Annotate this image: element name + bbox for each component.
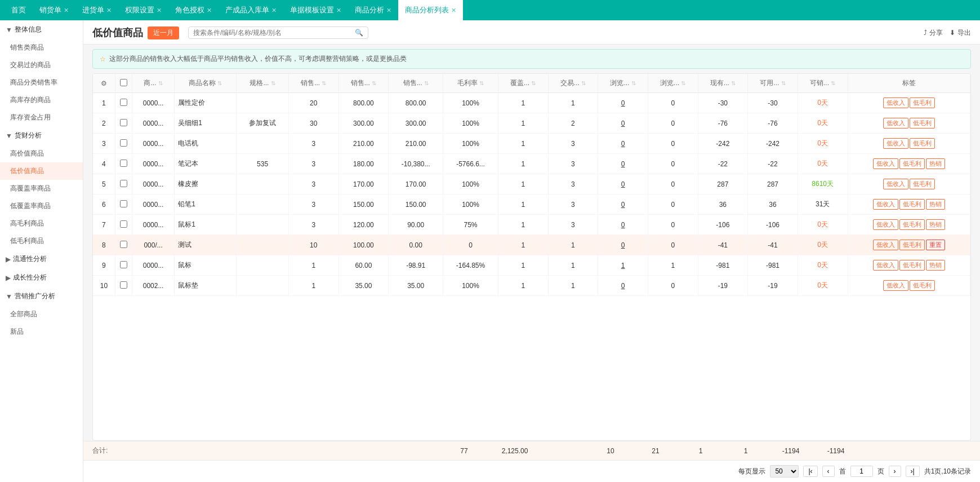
nav-close-stock-in[interactable]: ✕ xyxy=(271,7,277,14)
sidebar-item-category-sales[interactable]: 商品分类销售率 xyxy=(0,74,83,91)
next-page-btn[interactable]: › xyxy=(889,466,901,477)
row-browse2: 0 xyxy=(648,134,698,154)
sidebar-item-stock-capital[interactable]: 库存资金占用 xyxy=(0,109,83,126)
sidebar-section-overall[interactable]: ▼ 整体信息 xyxy=(0,20,83,39)
browse-link[interactable]: 0 xyxy=(621,120,625,127)
browse-link[interactable]: 0 xyxy=(621,140,625,148)
row-stock: -981 xyxy=(698,255,748,276)
table-container: ⚙ 商... ⇅ 商品名称 ⇅ 规格... ⇅ 销售... ⇅ 销售... ⇅ … xyxy=(92,73,971,441)
row-price: 120.00 xyxy=(338,215,389,235)
sidebar-section-financial[interactable]: ▼ 货财分析 xyxy=(0,126,83,145)
row-checkbox-cell[interactable] xyxy=(115,154,132,174)
nav-close-roles[interactable]: ✕ xyxy=(207,7,212,14)
sidebar-section-growth[interactable]: ▶ 成长性分析 xyxy=(0,268,83,287)
export-button[interactable]: ⬇ 导出 xyxy=(950,28,971,38)
page-input[interactable] xyxy=(850,466,873,477)
row-checkbox[interactable] xyxy=(120,241,127,248)
row-browse1[interactable]: 0 xyxy=(598,134,648,154)
row-checkbox[interactable] xyxy=(120,139,127,147)
row-checkbox[interactable] xyxy=(120,99,127,106)
browse-link[interactable]: 0 xyxy=(621,201,625,209)
row-checkbox[interactable] xyxy=(120,160,127,167)
sidebar-item-sales-goods[interactable]: 销售类商品 xyxy=(0,39,83,56)
per-page-select[interactable]: 50 100 xyxy=(770,465,799,477)
row-browse1[interactable]: 0 xyxy=(598,215,648,235)
browse-link[interactable]: 0 xyxy=(621,99,625,107)
nav-close-template[interactable]: ✕ xyxy=(336,7,341,14)
row-checkbox-cell[interactable] xyxy=(115,235,132,255)
sidebar-item-high-value[interactable]: 高价值商品 xyxy=(0,145,83,162)
nav-analysis-list[interactable]: 商品分析列表 ✕ xyxy=(398,0,463,20)
sidebar-item-low-coverage[interactable]: 低覆盖率商品 xyxy=(0,197,83,215)
row-checkbox[interactable] xyxy=(120,261,127,268)
row-checkbox[interactable] xyxy=(120,180,127,187)
nav-close-analysis[interactable]: ✕ xyxy=(386,7,391,14)
th-checkbox[interactable] xyxy=(115,74,132,93)
row-checkbox-cell[interactable] xyxy=(115,276,132,296)
nav-close-sales[interactable]: ✕ xyxy=(64,7,69,14)
tag: 低毛利 xyxy=(899,260,925,271)
browse-link[interactable]: 0 xyxy=(621,160,625,168)
sidebar-item-high-coverage[interactable]: 高覆盖率商品 xyxy=(0,180,83,197)
nav-close-permissions[interactable]: ✕ xyxy=(157,7,162,14)
th-saleable: 可销... ⇅ xyxy=(798,74,848,93)
sidebar-item-high-profit[interactable]: 高毛利商品 xyxy=(0,215,83,232)
sidebar-item-high-stock[interactable]: 高库存的商品 xyxy=(0,91,83,109)
row-checkbox[interactable] xyxy=(120,200,127,207)
nav-close-purchase[interactable]: ✕ xyxy=(106,7,112,14)
share-button[interactable]: ⤴ 分享 xyxy=(924,28,943,38)
row-checkbox[interactable] xyxy=(120,281,127,289)
row-checkbox[interactable] xyxy=(120,119,127,126)
sidebar-item-traded-goods[interactable]: 交易过的商品 xyxy=(0,56,83,74)
row-browse1[interactable]: 0 xyxy=(598,235,648,255)
row-checkbox[interactable] xyxy=(120,220,127,228)
nav-template[interactable]: 单据模板设置 ✕ xyxy=(283,0,348,20)
row-browse1[interactable]: 0 xyxy=(598,174,648,194)
row-checkbox-cell[interactable] xyxy=(115,93,132,113)
nav-sales[interactable]: 销货单 ✕ xyxy=(33,0,75,20)
tag: 热销 xyxy=(926,260,945,271)
sidebar-item-new-goods[interactable]: 新品 xyxy=(0,323,83,341)
sidebar-section-circulation[interactable]: ▶ 流通性分析 xyxy=(0,250,83,268)
row-checkbox-cell[interactable] xyxy=(115,174,132,194)
browse-link[interactable]: 0 xyxy=(621,241,625,249)
nav-home[interactable]: 首页 xyxy=(5,0,33,20)
browse-link[interactable]: 1 xyxy=(621,262,625,269)
first-page-btn[interactable]: |‹ xyxy=(803,466,817,477)
sidebar-item-low-value[interactable]: 低价值商品 xyxy=(0,162,83,180)
last-page-btn[interactable]: ›| xyxy=(906,466,920,477)
row-checkbox-cell[interactable] xyxy=(115,134,132,154)
browse-link[interactable]: 0 xyxy=(621,282,625,290)
select-all-checkbox[interactable] xyxy=(120,79,127,86)
nav-close-analysis-list[interactable]: ✕ xyxy=(451,7,456,14)
row-checkbox-cell[interactable] xyxy=(115,215,132,235)
row-checkbox-cell[interactable] xyxy=(115,255,132,276)
sidebar-section-marketing[interactable]: ▼ 营销推广分析 xyxy=(0,287,83,306)
sidebar: ▼ 整体信息 销售类商品 交易过的商品 商品分类销售率 高库存的商品 库存资金占… xyxy=(0,20,83,482)
prev-page-btn[interactable]: ‹ xyxy=(822,466,835,477)
row-browse1[interactable]: 0 xyxy=(598,194,648,215)
row-checkbox-cell[interactable] xyxy=(115,113,132,134)
row-price: 60.00 xyxy=(338,255,389,276)
nav-permissions[interactable]: 权限设置 ✕ xyxy=(118,0,168,20)
row-browse1[interactable]: 0 xyxy=(598,93,648,113)
sidebar-item-all-goods[interactable]: 全部商品 xyxy=(0,306,83,323)
nav-stock-in[interactable]: 产成品入库单 ✕ xyxy=(219,0,283,20)
browse-link[interactable]: 0 xyxy=(621,221,625,229)
browse-link[interactable]: 0 xyxy=(621,180,625,188)
nav-analysis[interactable]: 商品分析 ✕ xyxy=(348,0,398,20)
row-browse1[interactable]: 0 xyxy=(598,113,648,134)
row-spec xyxy=(237,134,289,154)
table-body: 1 0000... 属性定价 20 800.00 800.00 100% 1 1… xyxy=(93,93,970,296)
sidebar-item-low-profit[interactable]: 低毛利商品 xyxy=(0,232,83,250)
search-input[interactable] xyxy=(193,29,353,37)
nav-purchase[interactable]: 进货单 ✕ xyxy=(75,0,118,20)
row-checkbox-cell[interactable] xyxy=(115,194,132,215)
row-browse1[interactable]: 0 xyxy=(598,276,648,296)
filter-button[interactable]: 近一月 xyxy=(148,26,179,39)
nav-roles[interactable]: 角色授权 ✕ xyxy=(168,0,219,20)
row-browse1[interactable]: 1 xyxy=(598,255,648,276)
row-browse1[interactable]: 0 xyxy=(598,154,648,174)
th-settings[interactable]: ⚙ xyxy=(93,74,115,93)
search-box[interactable]: 🔍 xyxy=(188,26,368,39)
